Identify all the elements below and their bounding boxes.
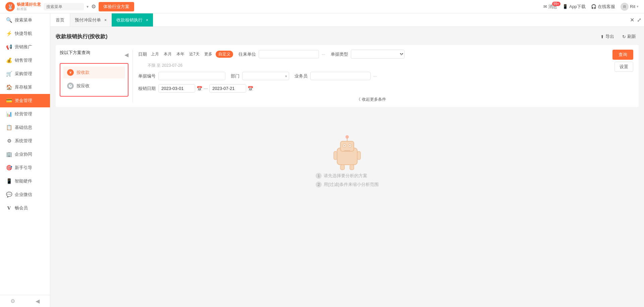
tab-prepay[interactable]: 预付冲应付单 × bbox=[70, 13, 112, 27]
basic-info-icon: 📋 bbox=[6, 124, 12, 131]
sidebar-item-purchase[interactable]: 🛒 采购管理 bbox=[0, 67, 50, 81]
sidebar-item-wechat[interactable]: 💬 企业微信 bbox=[0, 188, 50, 201]
bill-type-label: 单据类型 bbox=[331, 51, 348, 57]
logo-icon: 🐰 bbox=[5, 2, 15, 11]
svg-rect-1 bbox=[340, 141, 354, 151]
bill-no-field: 单据编号 bbox=[138, 72, 225, 80]
sidebar-item-search-menu[interactable]: 🔍 搜索菜单 bbox=[0, 13, 50, 27]
top-bar-right: ✉ 消息 99+ 📱 App下载 🎧 在线客服 R Rit ▾ bbox=[543, 3, 639, 11]
collapse-filter-btn[interactable]: ◀ bbox=[124, 52, 128, 58]
verify-date-start-input[interactable] bbox=[158, 84, 195, 93]
settings-bottom-icon[interactable]: ⚙ bbox=[10, 298, 15, 304]
online-service-button[interactable]: 🎧 在线客服 bbox=[591, 4, 615, 10]
sidebar-item-member[interactable]: V 畅会员 bbox=[0, 201, 50, 215]
verify-date-end-input[interactable] bbox=[209, 84, 246, 93]
date-shortcuts: 上月 本月 本年 近7天 更多 自定义 bbox=[150, 51, 233, 58]
enterprise-icon: 🏢 bbox=[6, 151, 12, 157]
calendar-end-icon[interactable]: 📅 bbox=[248, 86, 253, 91]
date-shortcut-this-month[interactable]: 本月 bbox=[162, 51, 173, 58]
collapse-more-row: 《 收起更多条件 bbox=[138, 97, 604, 102]
app-icon: 📱 bbox=[562, 4, 568, 9]
bill-no-input[interactable] bbox=[158, 72, 225, 80]
date-shortcut-more[interactable]: 更多 bbox=[203, 51, 214, 58]
app-download-button[interactable]: 📱 App下载 bbox=[562, 4, 586, 10]
settings-button[interactable]: 设置 bbox=[614, 62, 633, 72]
date-custom-badge[interactable]: 自定义 bbox=[216, 51, 233, 58]
sidebar-label-basic: 基础信息 bbox=[15, 124, 32, 131]
svg-rect-8 bbox=[357, 151, 361, 160]
top-bar-left: 🐰 畅捷通好生意 标准版 ▾ ⚙ 体验行业方案 bbox=[5, 2, 134, 11]
export-icon: ⬆ bbox=[600, 34, 604, 39]
close-tab-button[interactable]: ✕ bbox=[630, 17, 634, 23]
page-title: 收款核销执行(按收款) bbox=[56, 33, 108, 40]
sidebar-item-smart-hw[interactable]: 📱 智能硬件 bbox=[0, 174, 50, 188]
tab-receipt-close[interactable]: × bbox=[146, 18, 148, 22]
staff-label: 业务员 bbox=[294, 73, 308, 79]
counterpart-input[interactable] bbox=[259, 50, 319, 58]
bill-type-select[interactable] bbox=[351, 50, 405, 59]
operation-icon: 📊 bbox=[6, 111, 12, 117]
date-shortcut-7days[interactable]: 近7天 bbox=[188, 51, 201, 58]
empty-tip-1: 1 请先选择要分析的方案 bbox=[316, 171, 378, 180]
svg-rect-9 bbox=[340, 165, 344, 170]
filter-option-by-receipt[interactable]: ¥ 按收款 bbox=[63, 66, 125, 79]
sidebar-item-operation[interactable]: 📊 经营管理 bbox=[0, 107, 50, 121]
tab-prepay-label: 预付冲应付单 bbox=[75, 17, 101, 23]
sidebar-label-operation: 经营管理 bbox=[15, 111, 32, 117]
dept-select-wrapper bbox=[242, 72, 289, 80]
tip-num-2: 2 bbox=[316, 182, 322, 188]
collapse-sidebar-icon[interactable]: ◀ bbox=[36, 298, 40, 304]
sidebar-item-inventory[interactable]: 🏠 库存核算 bbox=[0, 81, 50, 94]
refresh-button[interactable]: ↻ 刷新 bbox=[620, 32, 639, 41]
collapse-more-btn[interactable]: 《 收起更多条件 bbox=[357, 97, 386, 102]
user-profile[interactable]: R Rit ▾ bbox=[621, 3, 639, 11]
bill-type-field: 单据类型 bbox=[331, 50, 405, 59]
tab-home[interactable]: 首页 bbox=[50, 13, 70, 27]
sidebar: 🔍 搜索菜单 ⚡ 快捷导航 📢 营销推广 💰 销售管理 🛒 采购管理 🏠 库存核… bbox=[0, 13, 50, 307]
beginner-icon: 🎯 bbox=[6, 165, 12, 171]
search-icon: 🔍 bbox=[6, 17, 12, 23]
gear-button[interactable]: ⚙ bbox=[91, 3, 96, 10]
sidebar-label-enterprise: 企业协同 bbox=[15, 151, 32, 157]
sidebar-item-basic-info[interactable]: 📋 基础信息 bbox=[0, 121, 50, 134]
message-button[interactable]: ✉ 消息 99+ bbox=[543, 4, 557, 10]
sidebar-item-marketing[interactable]: 📢 营销推广 bbox=[0, 40, 50, 54]
filter-option-by-receivable[interactable]: 🕐 按应收 bbox=[63, 80, 125, 92]
page-content: 收款核销执行(按收款) ⬆ 导出 ↻ 刷新 按以下方 bbox=[50, 27, 644, 307]
tip-num-1: 1 bbox=[316, 173, 322, 179]
staff-input[interactable] bbox=[310, 72, 371, 80]
query-actions: 查询 设置 bbox=[610, 50, 633, 72]
sidebar-item-enterprise[interactable]: 🏢 企业协同 bbox=[0, 148, 50, 161]
tab-prepay-close[interactable]: × bbox=[104, 18, 107, 22]
sidebar-item-capital[interactable]: 💳 资金管理 bbox=[0, 94, 50, 107]
empty-tip-2: 2 用[过滤]条件来缩小分析范围 bbox=[316, 180, 378, 189]
date-label: 日期 bbox=[138, 51, 147, 57]
main-layout: 🔍 搜索菜单 ⚡ 快捷导航 📢 营销推广 💰 销售管理 🛒 采购管理 🏠 库存核… bbox=[0, 13, 644, 307]
export-button[interactable]: ⬆ 导出 bbox=[598, 32, 617, 41]
wechat-icon: 💬 bbox=[6, 192, 12, 198]
date-shortcut-this-year[interactable]: 本年 bbox=[175, 51, 186, 58]
bill-no-label: 单据编号 bbox=[138, 73, 156, 79]
date-shortcut-last-month[interactable]: 上月 bbox=[150, 51, 160, 58]
sidebar-item-beginner[interactable]: 🎯 新手引导 bbox=[0, 161, 50, 174]
industry-button[interactable]: 体验行业方案 bbox=[99, 2, 134, 11]
sidebar-item-quick-nav[interactable]: ⚡ 快捷导航 bbox=[0, 27, 50, 40]
empty-illustration bbox=[327, 131, 367, 171]
filter-right: 日期 上月 本月 本年 近7天 更多 自定义 bbox=[133, 50, 639, 102]
marketing-icon: 📢 bbox=[6, 44, 12, 50]
expand-tab-button[interactable]: ⤢ bbox=[637, 17, 641, 23]
system-icon: ⚙ bbox=[6, 138, 12, 144]
sidebar-item-sales[interactable]: 💰 销售管理 bbox=[0, 54, 50, 67]
search-input[interactable] bbox=[44, 3, 84, 10]
calendar-start-icon[interactable]: 📅 bbox=[197, 86, 202, 91]
query-button[interactable]: 查询 bbox=[612, 50, 633, 60]
sidebar-label-wechat: 企业微信 bbox=[15, 192, 32, 198]
sidebar-label-search: 搜索菜单 bbox=[15, 17, 32, 23]
staff-ellipsis: ··· bbox=[373, 73, 377, 79]
sidebar-label-sales: 销售管理 bbox=[15, 57, 32, 63]
sidebar-item-system[interactable]: ⚙ 系统管理 bbox=[0, 134, 50, 148]
dept-select[interactable] bbox=[242, 72, 289, 80]
filter-row-bill: 单据编号 部门 业务员 bbox=[138, 72, 604, 80]
sidebar-label-beginner: 新手引导 bbox=[15, 165, 32, 171]
tab-receipt[interactable]: 收款核销执行 × bbox=[112, 13, 153, 27]
